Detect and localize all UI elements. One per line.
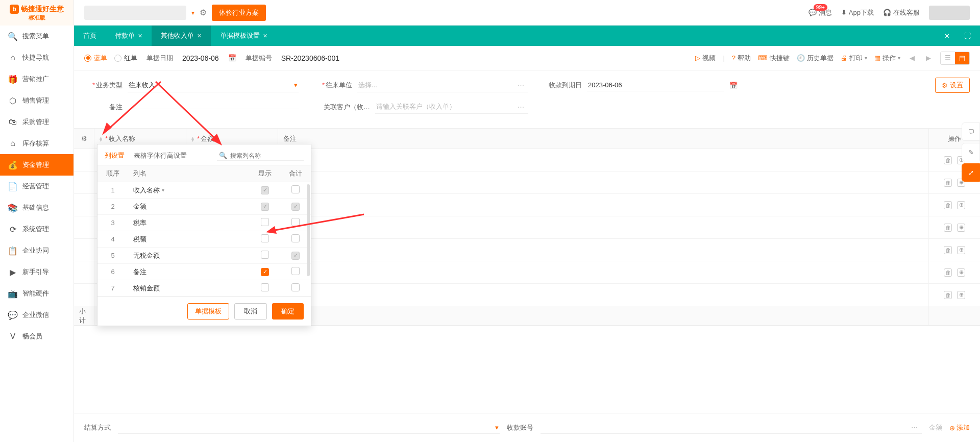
date-value[interactable]: 2023-06-06	[182, 54, 219, 62]
org-selector[interactable]	[84, 6, 186, 20]
checkbox[interactable]	[261, 251, 269, 259]
sidebar-item[interactable]: 💰资金管理	[0, 154, 74, 176]
checkbox[interactable]	[291, 283, 300, 291]
shortcut-button[interactable]: ⌨快捷键	[758, 54, 790, 63]
copy-icon[interactable]: ⊕	[957, 201, 965, 209]
calendar-icon[interactable]: 📅	[228, 54, 236, 62]
copy-icon[interactable]: ⊕	[957, 268, 965, 277]
view-detail-icon[interactable]: ▤	[955, 52, 969, 64]
print-button[interactable]: 🖨打印▾	[841, 54, 867, 63]
sidebar-item[interactable]: ▶新手引导	[0, 261, 74, 283]
sidebar-item[interactable]: ⌂快捷导航	[0, 47, 74, 68]
more-icon[interactable]: ⋯	[908, 424, 921, 431]
column-header-note[interactable]: 备注	[278, 129, 929, 149]
sidebar-item[interactable]: ⟳系统管理	[0, 218, 74, 240]
cancel-button[interactable]: 取消	[234, 303, 267, 320]
radio-red[interactable]: 红单	[114, 54, 137, 63]
copy-icon[interactable]: ⊕	[957, 246, 965, 254]
sidebar-item[interactable]: V畅会员	[0, 326, 74, 347]
delete-icon[interactable]: 🗑	[944, 246, 952, 254]
add-button[interactable]: ⊕添加	[949, 423, 970, 432]
delete-icon[interactable]: 🗑	[944, 201, 952, 209]
sidebar-item[interactable]: 💬企业微信	[0, 304, 74, 326]
delete-icon[interactable]: 🗑	[944, 179, 952, 187]
col-tab-font[interactable]: 表格字体行高设置	[134, 151, 187, 160]
due-date-input[interactable]: 2023-06-06	[587, 79, 724, 91]
more-icon[interactable]: ⋯	[514, 81, 527, 89]
col-tab-columns[interactable]: 列设置	[105, 151, 125, 160]
app-download-button[interactable]: ⬇ App下载	[841, 8, 874, 17]
calendar-icon[interactable]: 📅	[729, 82, 738, 89]
sidebar-item[interactable]: 🎁营销推广	[0, 68, 74, 90]
help-button[interactable]: ?帮助	[732, 54, 751, 63]
checkbox[interactable]	[261, 186, 269, 194]
prev-arrow-icon[interactable]: ◀	[908, 54, 917, 62]
tab[interactable]: 其他收入单✕	[152, 26, 211, 46]
close-tab-button[interactable]: ✕	[939, 28, 954, 43]
sidebar-item[interactable]: 🔍搜索菜单	[0, 26, 74, 47]
video-button[interactable]: ▷视频	[695, 54, 716, 63]
checkbox[interactable]	[261, 234, 269, 242]
account-select[interactable]: ⋯	[541, 422, 922, 434]
next-arrow-icon[interactable]: ▶	[924, 54, 933, 62]
fullscreen-icon[interactable]: ⛶	[960, 28, 975, 43]
copy-icon[interactable]: ⊕	[957, 291, 965, 299]
messages-button[interactable]: 💬 消息 99+	[808, 8, 832, 17]
gear-icon[interactable]: ⚙	[200, 8, 207, 17]
checkbox[interactable]	[261, 268, 269, 276]
checkbox[interactable]	[291, 234, 300, 242]
settings-button[interactable]: ⚙设置	[935, 78, 970, 93]
close-icon[interactable]: ✕	[263, 33, 267, 39]
col-search-input[interactable]: 🔍	[217, 151, 304, 161]
col-setting-row: 5无税金额	[97, 248, 311, 264]
checkbox[interactable]	[291, 203, 300, 211]
tab[interactable]: 付款单✕	[106, 26, 152, 46]
related-customer-input[interactable]: 请输入关联客户（收入单） ⋯	[375, 100, 528, 114]
chevron-down-icon[interactable]: ▾	[162, 187, 164, 193]
checkbox[interactable]	[291, 267, 300, 275]
settle-method-select[interactable]: ▾	[118, 422, 500, 434]
sidebar-item[interactable]: 📺智能硬件	[0, 283, 74, 304]
checkbox[interactable]	[291, 185, 300, 193]
template-button[interactable]: 单据模板	[187, 303, 229, 320]
sidebar-item[interactable]: 🛍采购管理	[0, 111, 74, 133]
counterparty-select[interactable]: 选择... ⋯	[357, 79, 528, 92]
more-icon[interactable]: ⋯	[514, 103, 527, 111]
sidebar-item-label: 经营管理	[22, 182, 49, 191]
checkbox[interactable]	[261, 218, 269, 226]
checkbox[interactable]	[261, 283, 269, 291]
sidebar-item[interactable]: 📋企业协同	[0, 240, 74, 261]
note-input[interactable]	[128, 105, 299, 109]
scrollbar[interactable]	[307, 184, 310, 276]
online-service-button[interactable]: 🎧 在线客服	[883, 8, 920, 17]
biz-type-select[interactable]: 往来收入 ▾	[128, 79, 299, 92]
view-list-icon[interactable]: ☰	[941, 52, 955, 64]
delete-icon[interactable]: 🗑	[944, 291, 952, 299]
chevron-down-icon[interactable]: ▾	[191, 9, 194, 16]
checkbox[interactable]	[261, 203, 269, 211]
experience-button[interactable]: 体验行业方案	[212, 5, 266, 21]
history-button[interactable]: 🕘历史单据	[797, 54, 834, 63]
copy-icon[interactable]: ⊕	[957, 224, 965, 232]
checkbox[interactable]	[291, 252, 300, 260]
note-tool-icon[interactable]: 🗨	[962, 122, 980, 141]
close-icon[interactable]: ✕	[197, 33, 202, 39]
confirm-button[interactable]: 确定	[272, 303, 304, 320]
delete-icon[interactable]: 🗑	[944, 268, 952, 277]
column-settings-button[interactable]: ⚙	[74, 129, 94, 149]
delete-icon[interactable]: 🗑	[944, 156, 952, 164]
sidebar-item[interactable]: 📚基础信息	[0, 197, 74, 218]
edit-tool-icon[interactable]: ✎	[962, 143, 980, 161]
delete-icon[interactable]: 🗑	[944, 224, 952, 232]
checkbox[interactable]	[291, 218, 300, 226]
expand-tool-icon[interactable]: ⤢	[962, 163, 980, 182]
tab[interactable]: 首页	[74, 26, 106, 46]
sidebar-item[interactable]: ⌂库存核算	[0, 133, 74, 154]
sidebar-item[interactable]: 📄经营管理	[0, 176, 74, 197]
radio-blue[interactable]: 蓝单	[84, 54, 107, 63]
close-icon[interactable]: ✕	[138, 33, 142, 39]
operate-button[interactable]: ▦操作▾	[874, 54, 900, 63]
user-avatar[interactable]	[929, 6, 970, 20]
tab[interactable]: 单据模板设置✕	[211, 26, 277, 46]
sidebar-item[interactable]: ⬡销售管理	[0, 90, 74, 111]
